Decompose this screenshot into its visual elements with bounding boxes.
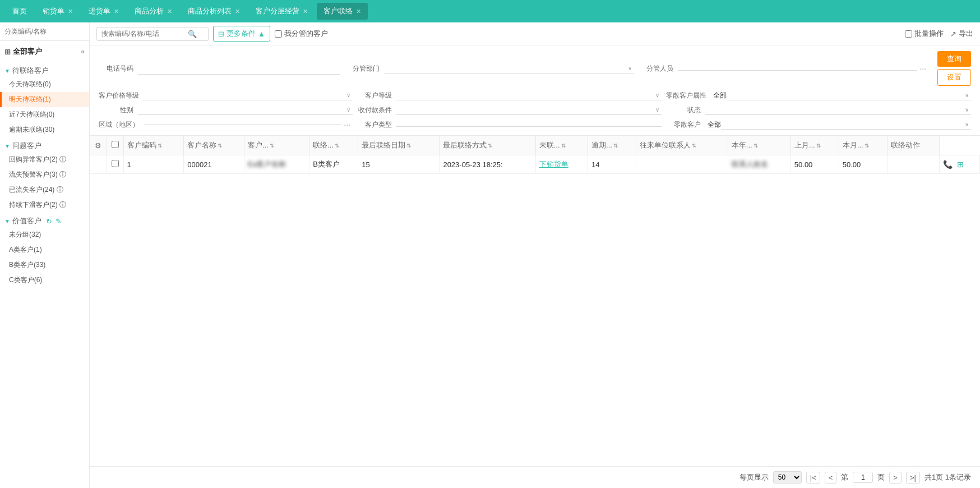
filter-gender: 性别 ∨: [99, 105, 353, 115]
sidebar-item-class-b[interactable]: B类客户(33): [0, 257, 89, 273]
prev-page-btn[interactable]: <: [825, 472, 837, 484]
sort-icon-method[interactable]: ⇅: [488, 142, 492, 149]
sidebar-all-customers[interactable]: ⊞ 全部客户 «: [0, 43, 89, 60]
sidebar-item-decline[interactable]: 持续下滑客户(2) ⓘ: [0, 197, 89, 213]
sidebar-all-customers-section: ⊞ 全部客户 «: [0, 41, 89, 62]
sidebar-item-repurchase[interactable]: 回购异常客户(2) ⓘ: [0, 152, 89, 167]
payment-label: 收付款条件: [357, 105, 396, 115]
retail-attr-select[interactable]: ∨: [727, 90, 971, 100]
gear-icon[interactable]: ⚙: [95, 141, 101, 150]
customer-type-select[interactable]: [396, 123, 662, 127]
customer-price-label: 客户价格等级: [99, 91, 144, 100]
nav-sales-close-icon[interactable]: ✕: [68, 8, 73, 15]
my-customers-checkbox-container: 我分管的客户: [275, 29, 328, 39]
th-last-contact-method: 最后联络方式 ⇅: [440, 136, 535, 155]
sort-icon-year[interactable]: ⇅: [754, 142, 758, 149]
th-code: 客户编码 ⇅: [123, 136, 184, 155]
nav-analysis-table-close-icon[interactable]: ✕: [235, 8, 240, 15]
chevron-down-icon-3: ∨: [655, 92, 659, 98]
nav-analysis[interactable]: 商品分析 ✕: [128, 3, 179, 20]
search-icon[interactable]: 🔍: [188, 30, 197, 38]
sidebar-item-class-a[interactable]: A类客户(1): [0, 242, 89, 257]
row-checkbox[interactable]: [112, 160, 119, 167]
sidebar-item-class-c[interactable]: C类客户(6): [0, 273, 89, 288]
nav-analysis-close-icon[interactable]: ✕: [167, 8, 172, 15]
customer-level-select[interactable]: ∨: [396, 90, 662, 100]
sort-icon-lastmonth[interactable]: ⇅: [816, 142, 821, 149]
nav-customer-segment-close-icon[interactable]: ✕: [303, 8, 308, 15]
nav-sales[interactable]: 销货单 ✕: [36, 3, 80, 20]
status-select[interactable]: ∨: [705, 105, 971, 115]
sort-icon-overdue[interactable]: ⇅: [613, 142, 618, 149]
per-page-select[interactable]: 50 100 200: [773, 471, 802, 484]
triangle-icon-2: ▼: [4, 143, 10, 149]
customers-table: ⚙ 客户编码 ⇅ 客户名称: [90, 136, 980, 174]
nav-purchase-close-icon[interactable]: ✕: [114, 8, 119, 15]
sidebar-item-lost-risk[interactable]: 流失预警客户(3) ⓘ: [0, 167, 89, 182]
batch-op-btn[interactable]: 批量操作: [905, 29, 944, 39]
select-all-checkbox[interactable]: [112, 141, 119, 148]
filter-row-1: 电话号码 分管部门 ∨ 分管人员 ··· 查询 设置: [99, 51, 971, 86]
phone-action-icon[interactable]: 📞: [943, 160, 953, 169]
sidebar-item-overdue[interactable]: 逾期未联络(30): [0, 122, 89, 137]
sort-icon-nocontact[interactable]: ⇅: [561, 142, 566, 149]
nav-analysis-table[interactable]: 商品分析列表 ✕: [181, 3, 247, 20]
chevron-down-icon-5: ∨: [346, 107, 350, 113]
filter-btn[interactable]: ⊟ 更多条件 ▲: [213, 26, 270, 42]
customer-price-select[interactable]: ∨: [144, 90, 353, 100]
top-navigation: 首页 销货单 ✕ 进货单 ✕ 商品分析 ✕ 商品分析列表 ✕ 客户分层经营 ✕ …: [0, 0, 980, 22]
region-more-icon[interactable]: ···: [341, 120, 353, 129]
batch-op-checkbox[interactable]: [905, 30, 912, 38]
nav-home[interactable]: 首页: [6, 3, 34, 20]
gender-select[interactable]: ∨: [138, 105, 353, 115]
nav-purchase[interactable]: 进货单 ✕: [82, 3, 126, 20]
sidebar-item-lost[interactable]: 已流失客户(24) ⓘ: [0, 182, 89, 197]
sidebar-search-input[interactable]: [4, 27, 89, 35]
sort-icon-name[interactable]: ⇅: [218, 142, 222, 149]
sort-icon-contact[interactable]: ⇅: [335, 142, 339, 149]
td-this-month: [887, 155, 939, 174]
filter-dept: 分管部门 ∨: [345, 63, 635, 73]
sidebar-item-ungrouped[interactable]: 未分组(32): [0, 227, 89, 242]
th-this-month: 本月... ⇅: [839, 136, 887, 155]
last-contact-method-link[interactable]: 下销货单: [539, 160, 568, 168]
next-page-btn[interactable]: >: [889, 472, 902, 484]
th-this-year-label: 本年...: [732, 140, 752, 150]
sort-icon-date[interactable]: ⇅: [406, 142, 411, 149]
td-check: [107, 155, 123, 174]
retail-customer-select[interactable]: ∨: [721, 119, 971, 130]
sort-icon-code[interactable]: ⇅: [158, 142, 162, 149]
nav-customer-segment[interactable]: 客户分层经营 ✕: [249, 3, 315, 20]
value-customers-label: 价值客户: [12, 216, 41, 226]
payment-select[interactable]: ∨: [396, 105, 662, 115]
main-layout: 🔍 ⊞ 全部客户 « ▼ 待联络客户 今天待联络(0) 明天待联络(1) 近7天…: [0, 22, 980, 488]
sort-icon-type[interactable]: ⇅: [270, 142, 274, 149]
reset-button[interactable]: 设置: [937, 69, 971, 86]
nav-customer-contact-close-icon[interactable]: ✕: [356, 8, 361, 15]
first-page-btn[interactable]: |<: [806, 472, 820, 484]
page-number-input[interactable]: [853, 472, 873, 483]
query-button[interactable]: 查询: [937, 51, 971, 67]
pending-contact-label: 待联络客户: [12, 66, 49, 76]
edit-icon[interactable]: ✎: [56, 217, 62, 225]
nav-analysis-table-label: 商品分析列表: [188, 6, 232, 16]
person-more-icon[interactable]: ···: [917, 64, 928, 73]
dept-select[interactable]: ∨: [384, 63, 635, 73]
filter-person: 分管人员 ···: [639, 64, 928, 73]
sort-icon-thismonth[interactable]: ⇅: [865, 142, 869, 149]
search-input[interactable]: [101, 30, 186, 38]
collapse-icon[interactable]: «: [81, 48, 85, 56]
sidebar-item-today[interactable]: 今天待联络(0): [0, 77, 89, 92]
company-contact-blurred: 联系人姓名: [732, 160, 768, 168]
last-page-btn[interactable]: >|: [906, 472, 920, 484]
sort-icon-company[interactable]: ⇅: [692, 142, 696, 149]
nav-customer-contact[interactable]: 客户联络 ✕: [317, 3, 368, 20]
sidebar-item-tomorrow[interactable]: 明天待联络(1): [0, 92, 89, 107]
phone-input[interactable]: [138, 63, 340, 75]
refresh-icon[interactable]: ↻: [46, 217, 52, 225]
export-btn[interactable]: ↗ 导出: [950, 29, 973, 39]
grid-action-icon[interactable]: ⊞: [957, 160, 964, 169]
filter-customer-price: 客户价格等级 ∨: [99, 90, 353, 100]
my-customers-checkbox[interactable]: [275, 30, 282, 38]
sidebar-item-week7[interactable]: 近7天待联络(0): [0, 107, 89, 122]
